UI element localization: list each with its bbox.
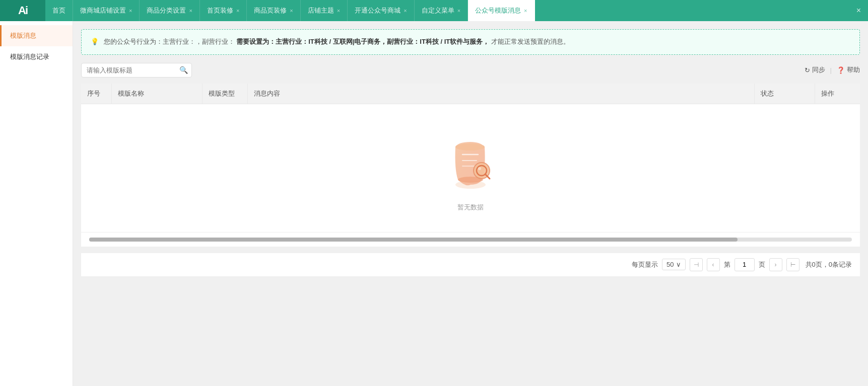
nav-tab-product-decor[interactable]: 商品页装修×	[247, 0, 300, 21]
nav-tab-product-category[interactable]: 商品分类设置×	[140, 0, 199, 21]
sidebar-item-template-msg[interactable]: 模版消息	[0, 25, 73, 46]
prev-page-button[interactable]: ‹	[707, 258, 720, 271]
content-area: 💡 您的公众号行业为：主营行业：，副营行业： 需要设置为：主营行业：IT科技 /…	[73, 21, 868, 386]
logo-text: Ai	[18, 4, 27, 17]
sidebar: 模版消息模版消息记录	[0, 21, 73, 386]
scroll-thumb[interactable]	[89, 238, 738, 242]
pagination: 每页显示 50 ∨ ⊣ ‹ 第 页 › ⊢ 共0页，0条记录	[81, 253, 860, 276]
nav-tab-template-msg[interactable]: 公众号模版消息×	[468, 0, 535, 21]
col-name: 模版名称	[111, 84, 202, 104]
help-icon: ❓	[837, 66, 845, 74]
page-label-before: 第	[724, 260, 730, 269]
empty-state: 暂无数据	[81, 104, 860, 232]
close-tab-custom-menu[interactable]: ×	[457, 8, 460, 14]
top-nav: Ai 首页微商城店铺设置×商品分类设置×首页装修×商品页装修×店铺主题×开通公众…	[0, 0, 868, 21]
close-tab-wsc-shop[interactable]: ×	[129, 8, 132, 14]
col-content: 消息内容	[247, 84, 754, 104]
search-bar: 🔍 ↻ 同步 | ❓ 帮助	[81, 63, 860, 78]
close-tab-home-decor[interactable]: ×	[236, 8, 239, 14]
scroll-track[interactable]	[89, 238, 852, 242]
scroll-bar-area	[81, 232, 860, 247]
sidebar-item-template-msg-record[interactable]: 模版消息记录	[0, 46, 73, 67]
help-label: 帮助	[847, 65, 860, 74]
close-all-button[interactable]: ×	[849, 0, 868, 21]
toolbar-divider: |	[830, 66, 832, 74]
col-index: 序号	[81, 84, 111, 104]
page-label-after: 页	[759, 260, 765, 269]
empty-illustration	[440, 134, 501, 195]
bulb-icon: 💡	[91, 38, 99, 45]
nav-tab-open-mall[interactable]: 开通公众号商城×	[348, 0, 414, 21]
close-tab-product-category[interactable]: ×	[189, 8, 192, 14]
search-input[interactable]	[81, 63, 192, 78]
help-button[interactable]: ❓ 帮助	[837, 65, 860, 74]
last-page-button[interactable]: ⊢	[786, 258, 799, 271]
main-layout: 模版消息模版消息记录 💡 您的公众号行业为：主营行业：，副营行业： 需要设置为：…	[0, 21, 868, 386]
info-banner: 💡 您的公众号行业为：主营行业：，副营行业： 需要设置为：主营行业：IT科技 /…	[81, 29, 860, 55]
info-highlight: 需要设置为：主营行业：IT科技 / 互联网|电子商务，副营行业：IT科技 / I…	[236, 38, 489, 45]
info-prefix: 您的公众号行业为：主营行业：，副营行业：	[104, 38, 235, 45]
sync-button[interactable]: ↻ 同步	[805, 65, 825, 74]
search-input-wrapper: 🔍	[81, 63, 192, 78]
close-tab-product-decor[interactable]: ×	[290, 8, 293, 14]
page-size-select[interactable]: 50 ∨	[662, 259, 685, 270]
app-logo: Ai	[0, 0, 45, 21]
col-status: 状态	[754, 84, 815, 104]
toolbar-right: ↻ 同步 | ❓ 帮助	[805, 65, 860, 74]
data-table: 序号模版名称模版类型消息内容状态操作	[81, 84, 860, 104]
next-page-button[interactable]: ›	[769, 258, 782, 271]
sync-icon: ↻	[805, 66, 810, 74]
nav-tab-home[interactable]: 首页	[45, 0, 73, 21]
page-size-value: 50	[666, 261, 674, 268]
nav-tab-home-decor[interactable]: 首页装修×	[200, 0, 247, 21]
total-info: 共0页，0条记录	[806, 260, 852, 269]
nav-tab-custom-menu[interactable]: 自定义菜单×	[415, 0, 468, 21]
sync-label: 同步	[812, 65, 825, 74]
svg-point-1	[455, 143, 485, 150]
chevron-down-icon: ∨	[676, 261, 681, 268]
info-suffix: 才能正常发送预置的消息。	[491, 38, 570, 45]
table-wrapper: 序号模版名称模版类型消息内容状态操作	[81, 84, 860, 247]
current-page-input[interactable]	[735, 258, 755, 271]
close-tab-template-msg[interactable]: ×	[524, 8, 527, 14]
nav-tab-shop-theme[interactable]: 店铺主题×	[301, 0, 348, 21]
close-tab-open-mall[interactable]: ×	[404, 8, 407, 14]
search-button[interactable]: 🔍	[179, 66, 188, 74]
close-tab-shop-theme[interactable]: ×	[337, 8, 340, 14]
page-size-label: 每页显示	[632, 260, 658, 269]
empty-text: 暂无数据	[457, 203, 484, 212]
nav-tabs: 首页微商城店铺设置×商品分类设置×首页装修×商品页装修×店铺主题×开通公众号商城…	[45, 0, 849, 21]
col-action: 操作	[815, 84, 860, 104]
col-type: 模版类型	[202, 84, 247, 104]
nav-tab-wsc-shop[interactable]: 微商城店铺设置×	[73, 0, 140, 21]
svg-point-9	[478, 167, 481, 170]
first-page-button[interactable]: ⊣	[690, 258, 703, 271]
